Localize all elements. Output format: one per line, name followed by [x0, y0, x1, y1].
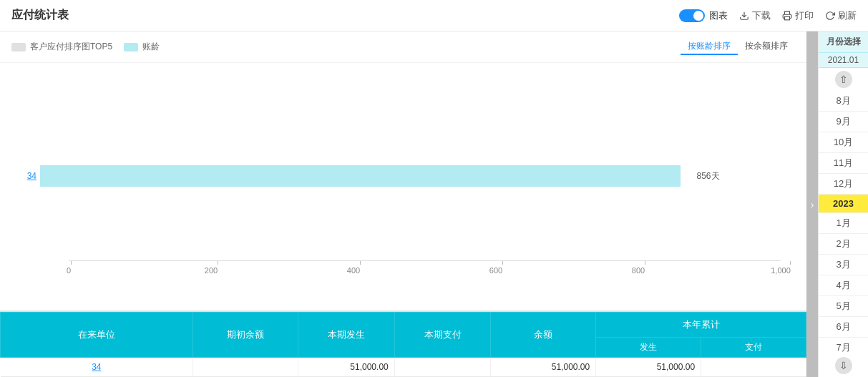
header-actions: 图表 下载 打印 刷新 [679, 9, 857, 22]
sort-by-balance-button[interactable]: 按余额排序 [738, 39, 795, 55]
td-ytd-payment [701, 358, 806, 377]
sidebar-year-2023[interactable]: 2023 [819, 195, 868, 213]
download-icon [739, 11, 749, 21]
th-ytd-occurrence: 发生 [596, 338, 701, 358]
th-ytd: 本年累计 [596, 313, 806, 338]
sidebar-current-display: 2021.01 [819, 53, 868, 68]
x-tick-label-200: 200 [205, 266, 218, 275]
x-tick-200: 200 [211, 261, 224, 275]
x-tick-label-800: 800 [632, 266, 645, 275]
td-opening-balance [193, 358, 298, 377]
table-section: 在来单位 期初余额 本期发生 本期支付 余额 本年累计 发生 支付 [0, 310, 806, 377]
refresh-icon [825, 11, 835, 21]
sidebar-month-5[interactable]: 5月 [819, 296, 868, 317]
refresh-button[interactable]: 刷新 [825, 9, 857, 22]
table-wrapper: 在来单位 期初余额 本期发生 本期支付 余额 本年累计 发生 支付 [0, 312, 806, 377]
th-opening: 期初余额 [193, 313, 298, 358]
sidebar-month-6[interactable]: 6月 [819, 317, 868, 338]
x-tick-400: 400 [353, 261, 366, 275]
x-tick-line [71, 261, 72, 265]
x-tick-line [502, 261, 503, 265]
toggle-track[interactable] [679, 9, 705, 22]
main-content: 客户应付排序图TOP5 账龄 按账龄排序 按余额排序 [0, 31, 868, 377]
sidebar-nav-up: ⇧ [819, 68, 868, 91]
sort-buttons: 按账龄排序 按余额排序 [681, 39, 795, 55]
x-tick-label-600: 600 [489, 266, 502, 275]
x-tick-0: 0 [69, 261, 73, 275]
print-button[interactable]: 打印 [782, 9, 814, 22]
sidebar-month-11[interactable]: 11月 [819, 153, 868, 174]
sidebar-month-list: 8月 9月 10月 11月 12月 2023 1月 2月 3月 4月 5月 6月… [819, 91, 868, 354]
header: 应付统计表 图表 下载 打印 [0, 0, 868, 31]
th-balance: 余额 [491, 313, 596, 358]
print-icon [782, 11, 792, 21]
sidebar-nav-down: ⇩ [819, 354, 868, 377]
x-tick-label-400: 400 [347, 266, 360, 275]
chart-canvas: 34 856天 0 [11, 70, 795, 303]
x-tick-line [790, 261, 791, 265]
th-occurrence: 本期发生 [298, 313, 395, 358]
sidebar-month-7[interactable]: 7月 [819, 338, 868, 354]
sidebar-up-button[interactable]: ⇧ [835, 71, 852, 88]
chart-area: 客户应付排序图TOP5 账龄 按账龄排序 按余额排序 [0, 31, 806, 310]
x-tick-line [360, 261, 361, 265]
sidebar-header: 月份选择 [819, 31, 868, 53]
sidebar-month-1[interactable]: 1月 [819, 213, 868, 234]
bar-fill-34: 856天 [40, 165, 681, 187]
refresh-label: 刷新 [838, 9, 857, 22]
bar-row: 34 856天 [40, 165, 788, 187]
left-panel: 客户应付排序图TOP5 账龄 按账龄排序 按余额排序 [0, 31, 806, 377]
divider-arrow[interactable]: › [806, 31, 818, 377]
page-title: 应付统计表 [11, 8, 69, 23]
app-container: 应付统计表 图表 下载 打印 [0, 0, 868, 377]
legend-color-age [124, 43, 138, 52]
legend-item-top5: 客户应付排序图TOP5 [11, 41, 112, 53]
svg-rect-0 [785, 16, 790, 20]
legend-label-age: 账龄 [142, 41, 160, 53]
bar-label-34[interactable]: 34 [11, 171, 36, 181]
td-current-payment [394, 358, 491, 377]
download-label: 下载 [752, 9, 771, 22]
chart-body: 34 856天 0 [0, 63, 806, 310]
table-header-row-1: 在来单位 期初余额 本期发生 本期支付 余额 本年累计 [1, 313, 806, 338]
print-label: 打印 [795, 9, 814, 22]
sort-by-age-button[interactable]: 按账龄排序 [681, 39, 738, 55]
x-tick-line [218, 261, 218, 265]
x-tick-label-0: 0 [67, 266, 71, 275]
x-tick-label-1000: 1,000 [771, 266, 791, 275]
sidebar-month-10[interactable]: 10月 [819, 132, 868, 153]
toggle-label: 图表 [709, 9, 728, 22]
td-unit: 34 [1, 358, 193, 377]
sidebar-month-4[interactable]: 4月 [819, 275, 868, 296]
chart-toggle[interactable]: 图表 [679, 9, 728, 22]
sidebar-month-3[interactable]: 3月 [819, 255, 868, 275]
x-tick-line [645, 261, 645, 265]
table-row: 34 51,000.00 51,000.00 51,000.00 [1, 358, 806, 377]
legend-item-age: 账龄 [124, 41, 160, 53]
td-current-occurrence: 51,000.00 [298, 358, 395, 377]
download-button[interactable]: 下载 [739, 9, 771, 22]
chart-legend: 客户应付排序图TOP5 账龄 [11, 41, 160, 53]
x-tick-1000: 1,000 [781, 261, 801, 275]
sidebar-down-button[interactable]: ⇩ [835, 357, 852, 374]
sidebar-month-9[interactable]: 9月 [819, 112, 868, 132]
td-ytd-occurrence: 51,000.00 [596, 358, 701, 377]
data-table: 在来单位 期初余额 本期发生 本期支付 余额 本年累计 发生 支付 [0, 312, 806, 377]
legend-color-top5 [11, 43, 26, 52]
bar-end-label-34: 856天 [696, 170, 719, 182]
bar-chart: 34 856天 0 [40, 70, 788, 282]
x-axis: 0 200 400 [69, 260, 781, 282]
th-ytd-payment: 支付 [701, 338, 806, 358]
sidebar-month-12[interactable]: 12月 [819, 174, 868, 195]
sidebar: 月份选择 2021.01 ⇧ 8月 9月 10月 11月 12月 2023 1月… [818, 31, 868, 377]
sidebar-month-8[interactable]: 8月 [819, 91, 868, 112]
unit-link[interactable]: 34 [92, 362, 101, 372]
legend-label-top5: 客户应付排序图TOP5 [30, 41, 112, 53]
toggle-thumb [693, 11, 703, 21]
th-unit: 在来单位 [1, 313, 193, 358]
td-balance: 51,000.00 [491, 358, 596, 377]
th-payment: 本期支付 [394, 313, 491, 358]
x-tick-600: 600 [496, 261, 509, 275]
sidebar-month-2[interactable]: 2月 [819, 234, 868, 255]
chart-header: 客户应付排序图TOP5 账龄 按账龄排序 按余额排序 [0, 31, 806, 63]
